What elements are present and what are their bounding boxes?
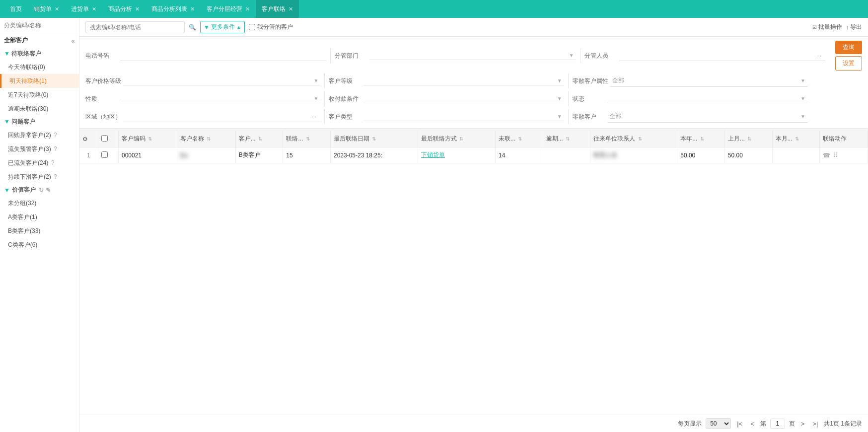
row-checkbox[interactable] xyxy=(101,151,108,158)
col-last-month[interactable]: 上月... ⇅ xyxy=(724,131,772,147)
table-wrapper: ⚙ 客户编码 ⇅ 客户名称 ⇅ 客户... ⇅ 联络... ⇅ 最后联络日期 ⇅… xyxy=(79,131,868,415)
price-level-select[interactable]: ▼ xyxy=(123,76,320,85)
batch-op-btn[interactable]: ☑ 批量操作 xyxy=(812,23,842,31)
sidebar-repurchase-abnormal[interactable]: 回购异常客户(2) ? xyxy=(0,128,79,142)
row-last-method[interactable]: 下销货单 xyxy=(418,147,496,163)
nav-product-list[interactable]: 商品分析列表 ✕ xyxy=(145,0,201,18)
nav-purchase[interactable]: 进货单 ✕ xyxy=(65,0,102,18)
person-dots-icon[interactable]: ··· xyxy=(814,52,823,59)
sidebar-churn-warning[interactable]: 流失预警客户(3) ? xyxy=(0,142,79,156)
field-customer-type: 客户类型 ▼ xyxy=(329,112,564,121)
customer-type-select[interactable]: ▼ xyxy=(363,112,564,121)
query-button[interactable]: 查询 xyxy=(835,41,862,54)
price-level-label: 客户价格等级 xyxy=(85,77,123,85)
col-settings[interactable]: ⚙ xyxy=(79,131,98,147)
sidebar-declining[interactable]: 持续下滑客户(2) ? xyxy=(0,170,79,184)
nav-customer-tier-close[interactable]: ✕ xyxy=(245,6,250,12)
col-not-contacted[interactable]: 未联... ⇅ xyxy=(495,131,543,147)
page-prev-btn[interactable]: < xyxy=(748,419,756,429)
payment-select[interactable]: ▼ xyxy=(363,94,564,103)
action-icon-2[interactable]: ⠿ xyxy=(833,152,838,159)
select-all-checkbox[interactable] xyxy=(101,135,108,142)
top-nav: 首页 销货单 ✕ 进货单 ✕ 商品分析 ✕ 商品分析列表 ✕ 客户分层经营 ✕ … xyxy=(0,0,868,18)
person-select[interactable]: ··· xyxy=(619,51,825,61)
col-contact-person[interactable]: 往来单位联系人 ⇅ xyxy=(590,131,677,147)
all-customers-header[interactable]: 全部客户 « xyxy=(0,33,79,48)
sidebar-overdue-contact[interactable]: 逾期未联络(30) xyxy=(0,102,79,116)
col-contact-count[interactable]: 联络... ⇅ xyxy=(283,131,331,147)
page-input[interactable] xyxy=(770,419,785,429)
value-customers-section: ▼ 价值客户 ↻ ✎ xyxy=(0,184,79,196)
page-next-btn[interactable]: > xyxy=(799,419,807,429)
problem-customers-section: ▼ 问题客户 xyxy=(0,116,79,128)
sidebar-churned[interactable]: 已流失客户(24) ? xyxy=(0,156,79,170)
nav-product-list-close[interactable]: ✕ xyxy=(190,6,195,12)
phone-input[interactable] xyxy=(120,51,326,61)
row-contact-person: 联系人名 xyxy=(590,147,677,163)
customer-table: ⚙ 客户编码 ⇅ 客户名称 ⇅ 客户... ⇅ 联络... ⇅ 最后联络日期 ⇅… xyxy=(79,131,868,163)
search-icon[interactable]: 🔍 xyxy=(189,24,196,31)
nav-home[interactable]: 首页 xyxy=(4,0,28,18)
col-overdue[interactable]: 逾期... ⇅ xyxy=(543,131,590,147)
set-button[interactable]: 设置 xyxy=(835,56,862,71)
pending-contact-section: ▼ 待联络客户 xyxy=(0,48,79,60)
export-btn[interactable]: ↑ 导出 xyxy=(846,23,863,31)
sidebar-ungrouped[interactable]: 未分组(32) xyxy=(0,196,79,210)
col-last-method[interactable]: 最后联络方式 ⇅ xyxy=(418,131,496,147)
col-code[interactable]: 客户编码 ⇅ xyxy=(118,131,177,147)
sidebar-today-contact[interactable]: 今天待联络(0) xyxy=(0,60,79,74)
per-page-select[interactable]: 50 100 200 xyxy=(706,418,731,429)
col-last-date[interactable]: 最后联络日期 ⇅ xyxy=(330,131,418,147)
field-retail-customer: 零散客户 全部 ▼ xyxy=(573,111,807,123)
action-icon-1[interactable]: ☎ xyxy=(823,152,830,159)
nav-purchase-close[interactable]: ✕ xyxy=(92,6,96,12)
nav-product-analysis[interactable]: 商品分析 ✕ xyxy=(102,0,145,18)
page-last-btn[interactable]: >| xyxy=(810,419,820,429)
field-region: 区域（地区） ··· xyxy=(85,112,320,122)
nature-chevron-icon: ▼ xyxy=(313,96,318,101)
page-first-btn[interactable]: |< xyxy=(735,419,744,429)
adv-filter-row-1: 电话号码 分管部门 ▼ 分管人员 ··· xyxy=(85,41,862,71)
refresh-icon[interactable]: ↻ xyxy=(39,187,44,194)
divider-6 xyxy=(568,91,569,106)
retail-customer-select[interactable]: 全部 ▼ xyxy=(607,111,807,123)
more-conditions-btn[interactable]: ▼ 更多条件 ▲ xyxy=(200,21,245,33)
my-customers-checkbox[interactable] xyxy=(249,24,255,30)
my-customers-checkbox-label[interactable]: 我分管的客户 xyxy=(249,23,293,31)
nav-customer-contact[interactable]: 客户联络 ✕ xyxy=(256,0,299,18)
col-name[interactable]: 客户名称 ⇅ xyxy=(177,131,235,147)
nature-select[interactable]: ▼ xyxy=(120,94,320,103)
sidebar-b-class[interactable]: B类客户(33) xyxy=(0,224,79,238)
sidebar-tomorrow-contact[interactable]: 明天待联络(1) xyxy=(0,74,79,88)
filter-search-input[interactable] xyxy=(85,21,185,33)
nav-product-analysis-close[interactable]: ✕ xyxy=(135,6,140,12)
sidebar-a-class[interactable]: A类客户(1) xyxy=(0,210,79,224)
nav-customer-tier[interactable]: 客户分层经营 ✕ xyxy=(201,0,256,18)
dept-select[interactable]: ▼ xyxy=(369,51,576,60)
sidebar-search-area: 🔍 xyxy=(0,18,79,33)
nav-sales[interactable]: 销货单 ✕ xyxy=(28,0,65,18)
field-payment: 收付款条件 ▼ xyxy=(329,94,564,103)
nav-sales-close[interactable]: ✕ xyxy=(55,6,59,12)
col-this-year[interactable]: 本年... ⇅ xyxy=(677,131,725,147)
query-set-group: 查询 设置 xyxy=(835,41,862,71)
retail-attr-select[interactable]: 全部 ▼ xyxy=(610,75,807,87)
retail-attr-chevron-icon: ▼ xyxy=(800,78,805,83)
collapse-icon[interactable]: « xyxy=(71,37,75,45)
sidebar-c-class[interactable]: C类客户(6) xyxy=(0,238,79,252)
edit-icon[interactable]: ✎ xyxy=(46,187,51,194)
nav-customer-contact-close[interactable]: ✕ xyxy=(289,6,293,12)
status-label: 状态 xyxy=(573,95,607,103)
col-customer-type[interactable]: 客户... ⇅ xyxy=(235,131,283,147)
region-select[interactable]: ··· xyxy=(123,112,320,122)
customer-level-select[interactable]: ▼ xyxy=(363,76,564,85)
col-this-month[interactable]: 本月... ⇅ xyxy=(772,131,820,147)
region-dots-icon[interactable]: ··· xyxy=(309,113,318,120)
field-retail-attr: 零散客户属性 全部 ▼ xyxy=(573,75,807,87)
status-select[interactable]: ▼ xyxy=(607,94,807,103)
action-icons: ☎ ⠿ xyxy=(823,152,865,159)
total-records: 共1页 1条记录 xyxy=(824,420,862,428)
sidebar-7day-contact[interactable]: 近7天待联络(0) xyxy=(0,88,79,102)
sidebar-search-input[interactable] xyxy=(4,22,78,29)
all-customers-label: 全部客户 xyxy=(4,36,28,45)
